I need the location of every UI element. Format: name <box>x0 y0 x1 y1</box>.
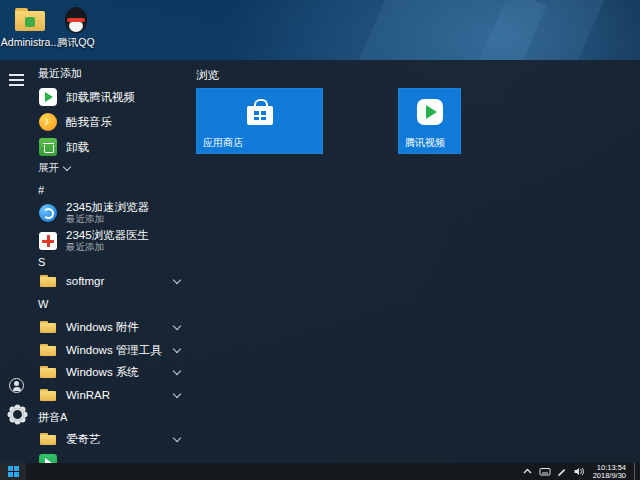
windows-flag-icon <box>254 111 266 120</box>
windows-flag-icon <box>8 466 19 477</box>
chevron-down-icon <box>173 390 181 398</box>
tile-group-header[interactable]: 浏览 <box>196 68 219 83</box>
taskbar: 10:13:54 2018/9/30 <box>0 463 640 480</box>
hamburger-bar <box>9 79 24 81</box>
expand-label: 展开 <box>38 161 59 175</box>
chevron-down-icon <box>173 434 181 442</box>
section-header-pinyin-a[interactable]: 拼音A <box>38 410 67 425</box>
folder-icon <box>39 386 57 404</box>
chevron-down-icon <box>173 322 181 330</box>
section-header-w[interactable]: W <box>38 298 48 310</box>
qq-scarf <box>67 18 85 22</box>
tile-app-store[interactable]: 应用商店 <box>196 88 323 154</box>
medical-cross-icon <box>39 232 57 250</box>
tencent-video-icon <box>39 88 57 106</box>
speaker-icon[interactable] <box>573 463 585 480</box>
folder-badge <box>25 17 35 27</box>
uninstall-trash-icon <box>39 138 57 156</box>
start-menu: 最近添加 卸载腾讯视频 酷我音乐 卸载 展开 # 2345加速 <box>0 60 640 464</box>
tile-label: 应用商店 <box>203 136 243 150</box>
tray-chevron-up-icon[interactable] <box>522 463 534 480</box>
app-group-iqiyi[interactable]: 爱奇艺 <box>36 428 188 450</box>
music-note-icon <box>39 113 57 131</box>
section-header-s[interactable]: S <box>38 256 45 268</box>
qq-penguin-icon <box>60 6 92 34</box>
chevron-down-icon <box>173 276 181 284</box>
settings-gear-icon[interactable] <box>11 408 24 421</box>
folder-icon <box>39 430 57 448</box>
app-list: 最近添加 卸载腾讯视频 酷我音乐 卸载 展开 # 2345加速 <box>36 60 188 464</box>
pen-icon[interactable] <box>556 463 568 480</box>
app-group-winrar[interactable]: WinRAR <box>36 384 188 406</box>
desktop-icon-label: 腾讯QQ <box>57 36 94 50</box>
app-group-softmgr[interactable]: softmgr <box>36 270 188 292</box>
play-button-icon <box>417 99 443 125</box>
taskbar-clock[interactable]: 10:13:54 2018/9/30 <box>593 464 626 480</box>
app-group-windows-accessories[interactable]: Windows 附件 <box>36 316 188 338</box>
hamburger-bar <box>9 74 24 76</box>
desktop-icon-label: Administra... <box>1 36 59 48</box>
expand-button[interactable]: 展开 <box>38 161 70 175</box>
app-item-2345-browser[interactable]: 2345加速浏览器 最近添加 <box>36 198 188 228</box>
chevron-down-icon <box>63 162 71 170</box>
user-account-icon[interactable] <box>9 378 24 393</box>
tile-tencent-video[interactable]: 腾讯视频 <box>398 88 461 154</box>
app-group-windows-admin-tools[interactable]: Windows 管理工具 <box>36 339 188 361</box>
system-tray: 10:13:54 2018/9/30 <box>522 463 640 480</box>
touch-keyboard-icon[interactable] <box>539 463 551 480</box>
hamburger-menu-button[interactable] <box>9 74 24 89</box>
chevron-down-icon <box>173 367 181 375</box>
screen: Administra... 腾讯QQ 最近添加 卸载腾讯视频 <box>0 0 640 480</box>
section-header-recent[interactable]: 最近添加 <box>38 66 82 81</box>
store-bag-icon <box>247 99 273 125</box>
desktop-icon-administrator[interactable]: Administra... <box>2 6 58 48</box>
app-item-2345-browser-doctor[interactable]: 2345浏览器医生 最近添加 <box>36 226 188 256</box>
app-item-uninstall[interactable]: 卸载 <box>36 136 188 158</box>
user-folder-icon <box>14 6 46 34</box>
2345-browser-icon <box>39 204 57 222</box>
app-item-kuwo-music[interactable]: 酷我音乐 <box>36 111 188 133</box>
tile-label: 腾讯视频 <box>405 136 445 150</box>
app-item-uninstall-tencent-video[interactable]: 卸载腾讯视频 <box>36 86 188 108</box>
folder-icon <box>39 341 57 359</box>
folder-icon <box>39 318 57 336</box>
section-header-hash[interactable]: # <box>38 184 44 196</box>
folder-icon <box>39 272 57 290</box>
folder-icon <box>39 363 57 381</box>
show-desktop-button[interactable] <box>634 463 638 480</box>
qq-penguin-shape <box>63 6 89 34</box>
hamburger-bar <box>9 84 24 86</box>
desktop-icon-tencent-qq[interactable]: 腾讯QQ <box>52 6 100 50</box>
clock-date: 2018/9/30 <box>593 472 626 480</box>
app-group-windows-system[interactable]: Windows 系统 <box>36 361 188 383</box>
start-button[interactable] <box>0 463 26 480</box>
chevron-down-icon <box>173 345 181 353</box>
